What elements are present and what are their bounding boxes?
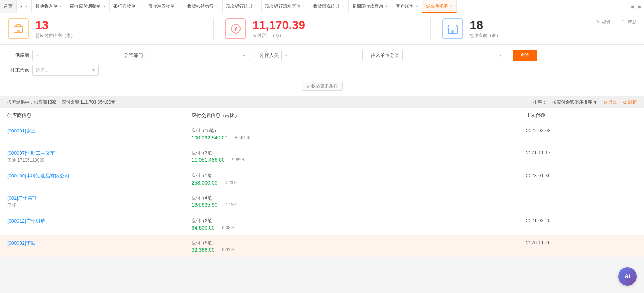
nav-tab-cash-flow-query[interactable]: 现金银行流水查询 ✕ [262, 0, 309, 13]
stat2-info: 11,170.39 应付合计（万） [253, 19, 305, 39]
collapse-button[interactable]: ∧ 收起更多条件 [302, 82, 343, 91]
play-icon: ⊙ [595, 19, 599, 25]
export-button[interactable]: ⊙ 导出 [603, 99, 617, 106]
table-row: [000100]本特勤油品有限公司 应付（1笔） 258,000.00 0.23… [0, 168, 644, 190]
table-header: 供应商信息 应付交易信息（占比） 上次付数 [0, 108, 644, 123]
trans-row-3: 258,000.00 0.23% [192, 180, 526, 186]
filter-dept-label: 分管部门 [121, 52, 143, 59]
col-header-supplier: 供应商信息 [7, 112, 192, 119]
dept-dropdown-icon: ▼ [242, 54, 246, 58]
close-icon-cash-flow-query[interactable]: ✕ [302, 4, 305, 8]
export-icon: ⊙ [603, 100, 607, 105]
person-input[interactable]: ··· [281, 50, 363, 61]
trans-row-2: 11,051,486.00 9.89% [192, 157, 526, 163]
result-bar: 搜索结果中，供应商13家 应付金额 111,703,854.00元 排序： 按应… [0, 96, 644, 108]
dept-input[interactable]: ▼ [146, 50, 249, 61]
supplier-info-6: [000002]李四 [7, 240, 192, 247]
filter-section: 供应商 ··· 分管部门 ▼ 分管人员 ··· 往来单位分类 ▼ [0, 45, 644, 96]
trans-label-4: 应付（4笔） [192, 195, 526, 201]
trans-label-2: 应付（2笔） [192, 150, 526, 156]
trans-info-5: 应付（2笔） 94,600.00 0.08% [192, 218, 526, 231]
stat1-info: 13 总应付供应商（家） [35, 19, 75, 39]
trans-amount-3[interactable]: 258,000.00 [192, 180, 217, 186]
close-icon-ar-ap-adjust[interactable]: ✕ [103, 4, 106, 8]
supplier-link-4[interactable]: [001]广州荣轩 [7, 195, 192, 201]
filter-person-label: 分管人员 [256, 52, 279, 59]
supplier-info-4: [001]广州荣轩 仔仔 [7, 195, 192, 208]
nav-tab-bank-deposit[interactable]: 银行存款单 ✕ [110, 0, 144, 13]
close-icon-overdue-ar[interactable]: ✕ [385, 4, 388, 8]
nav-tab-customer-ledger[interactable]: 客户账本 ✕ [392, 0, 422, 13]
close-icon-supplier-ledger[interactable]: ✕ [450, 4, 453, 8]
help-link[interactable]: 帮助 [628, 19, 637, 25]
sort-select[interactable]: 按应付余额倒序排序 ▼ [552, 99, 598, 106]
supplier-link-6[interactable]: [000002]李四 [7, 240, 192, 247]
close-icon-receipt-stat[interactable]: ✕ [342, 4, 344, 8]
supplier-info-3: [000100]本特勤油品有限公司 [7, 173, 192, 179]
nav-tab-cash-bank-stat[interactable]: 现金银行统计 ✕ [223, 0, 262, 13]
trans-info-6: 应付（5笔） 32,366.00 0.03% [192, 240, 526, 253]
trans-label-3: 应付（1笔） [192, 173, 526, 179]
close-icon-customer-ledger[interactable]: ✕ [415, 4, 418, 8]
nav-tab-supplier-ledger[interactable]: 供应商账本 ✕ [422, 0, 457, 13]
close-icon-prepay-offset[interactable]: ✕ [176, 4, 179, 8]
supplier-info-2: [000007]恒旺二手叉车 王通 17106110000 [7, 150, 192, 163]
trans-amount-2[interactable]: 11,051,486.00 [192, 157, 225, 163]
nav-tab-receipt-stat[interactable]: 收款情况统计 ✕ [309, 0, 349, 13]
refresh-button[interactable]: ↺ 刷新 [623, 99, 637, 106]
refresh-label: 刷新 [628, 99, 637, 106]
trans-label-6: 应付（5笔） [192, 240, 526, 246]
supplier-info-5: [000012]广州贝瑞 [7, 218, 192, 224]
data-table: 供应商信息 应付交易信息（占比） 上次付数 [000001]张三 应付（15笔）… [0, 108, 644, 258]
nav-tab-other-income[interactable]: 其他收入单 ✕ [32, 0, 66, 13]
nav-tab-receipt-verify[interactable]: 收款核销执行 ✕ [183, 0, 223, 13]
close-icon-receipt-verify[interactable]: ✕ [216, 4, 218, 8]
svg-rect-1 [17, 30, 20, 32]
trans-percent-2: 9.89% [232, 157, 245, 162]
trans-label-5: 应付（2笔） [192, 218, 526, 224]
nav-tab-3[interactable]: 3 ✕ [17, 0, 32, 13]
supplier-icon [8, 18, 29, 39]
trans-info-3: 应付（1笔） 258,000.00 0.23% [192, 173, 526, 186]
table-row: [000001]张三 应付（15笔） 100,092,540.00 89.61%… [0, 123, 644, 145]
nav-tab-receipt-verify-label: 收款核销执行 [187, 3, 214, 10]
nav-tab-ar-ap-adjust-label: 应收应付调整单 [70, 3, 101, 10]
nav-left-arrow[interactable]: ◀ [628, 0, 636, 13]
nav-tab-overdue-ar[interactable]: 超期应收款查询 ✕ [349, 0, 392, 13]
nav-right-arrow[interactable]: ▶ [636, 0, 644, 13]
table-row: [000012]广州贝瑞 应付（2笔） 94,600.00 0.08% 2021… [0, 213, 644, 235]
stat1-number: 13 [35, 19, 75, 31]
supplier-sub-2: 王通 17106110000 [7, 157, 192, 163]
person-input-dots: ··· [285, 53, 288, 58]
trans-label-1: 应付（15笔） [192, 128, 526, 134]
nav-tab-prepay-offset[interactable]: 预收冲应收单 ✕ [144, 0, 183, 13]
trans-amount-1[interactable]: 100,092,540.00 [192, 135, 227, 141]
nav-tab-cash-bank-stat-label: 现金银行统计 [226, 3, 253, 10]
video-link[interactable]: 视频 [602, 19, 611, 25]
nav-tab-cash-flow-query-label: 现金银行流水查询 [265, 3, 301, 10]
nav-tab-ar-ap-adjust[interactable]: 应收应付调整单 ✕ [66, 0, 110, 13]
col-header-lastpay: 上次付数 [526, 112, 637, 119]
nav-tab-3-close[interactable]: ✕ [25, 4, 28, 8]
query-button[interactable]: 查询 [513, 50, 537, 61]
supplier-input[interactable]: ··· [32, 50, 113, 61]
balance-input[interactable]: 选择... ▼ [32, 65, 99, 76]
close-icon-bank-deposit[interactable]: ✕ [137, 4, 140, 8]
category-input[interactable]: ▼ [402, 50, 505, 61]
close-icon-cash-bank-stat[interactable]: ✕ [255, 4, 258, 8]
svg-text:¥: ¥ [234, 26, 237, 32]
supplier-link-2[interactable]: [000007]恒旺二手叉车 [7, 150, 192, 156]
trans-amount-5[interactable]: 94,600.00 [192, 225, 214, 231]
trans-amount-4[interactable]: 164,635.90 [192, 202, 217, 208]
filter-row-2: 往来余额 选择... ▼ [7, 65, 637, 76]
last-pay-6: 2020-11-20 [526, 240, 637, 245]
close-icon-other-income[interactable]: ✕ [59, 4, 62, 8]
trans-amount-6[interactable]: 32,366.00 [192, 247, 214, 253]
nav-tab-home[interactable]: 首页 [0, 0, 17, 13]
supplier-link-3[interactable]: [000100]本特勤油品有限公司 [7, 173, 192, 179]
filter-supplier: 供应商 ··· [7, 50, 113, 61]
supplier-link-5[interactable]: [000012]广州贝瑞 [7, 218, 192, 224]
trans-percent-1: 89.61% [235, 135, 250, 140]
filter-supplier-label: 供应商 [7, 52, 29, 59]
supplier-link-1[interactable]: [000001]张三 [7, 128, 192, 134]
